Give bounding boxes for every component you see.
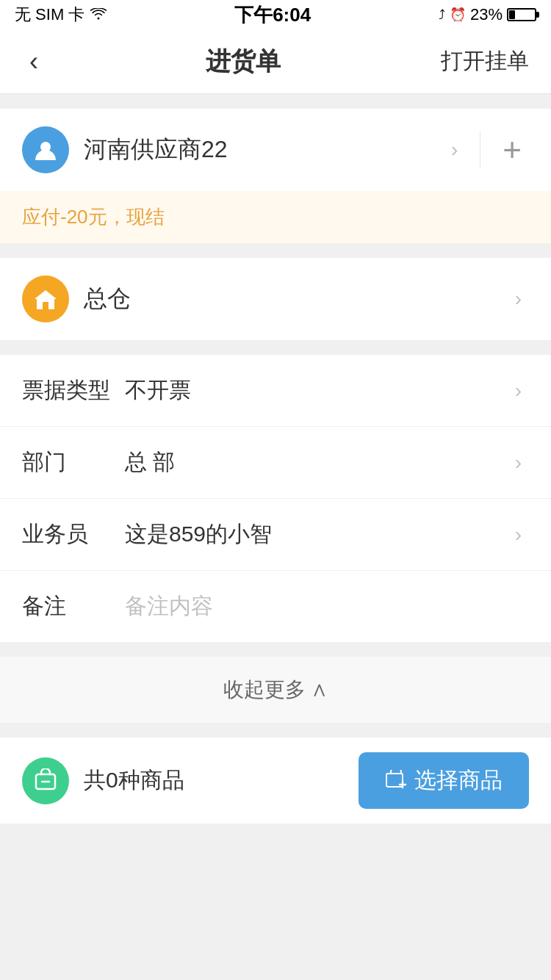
- product-count-text: 共0种商品: [84, 765, 184, 796]
- supplier-avatar: [22, 126, 69, 173]
- wifi-icon: [90, 5, 107, 24]
- salesperson-row[interactable]: 业务员 这是859的小智 ›: [0, 499, 551, 571]
- carrier-text: 无 SIM 卡: [15, 4, 84, 26]
- salesperson-value: 这是859的小智: [125, 519, 515, 550]
- open-pending-button[interactable]: 打开挂单: [441, 46, 529, 76]
- select-product-button[interactable]: 选择商品: [359, 752, 529, 809]
- department-value: 总 部: [125, 447, 515, 478]
- collapse-bar[interactable]: 收起更多 ∧: [0, 657, 551, 723]
- location-icon: ⤴: [439, 7, 445, 23]
- supplier-add-button[interactable]: +: [495, 131, 529, 168]
- supplier-row[interactable]: 河南供应商22 › +: [0, 109, 551, 191]
- ticket-type-label: 票据类型: [22, 375, 125, 406]
- supplier-name: 河南供应商22: [84, 134, 451, 166]
- ticket-type-row[interactable]: 票据类型 不开票 ›: [0, 355, 551, 427]
- supplier-chevron-icon: ›: [451, 138, 458, 162]
- battery-icon: [507, 8, 536, 21]
- form-section: 票据类型 不开票 › 部门 总 部 › 业务员 这是859的小智 › 备注 备注…: [0, 355, 551, 642]
- status-bar: 无 SIM 卡 下午6:04 ⤴ ⏰ 23%: [0, 0, 551, 29]
- remark-row[interactable]: 备注 备注内容: [0, 571, 551, 642]
- department-row[interactable]: 部门 总 部 ›: [0, 427, 551, 499]
- supplier-divider: [480, 131, 480, 168]
- battery-percentage: 23%: [470, 5, 503, 24]
- salesperson-chevron-icon: ›: [515, 523, 522, 547]
- status-left: 无 SIM 卡: [15, 4, 107, 26]
- nav-title: 进货单: [206, 45, 281, 79]
- status-time: 下午6:04: [234, 2, 311, 28]
- product-count-area: 共0种商品: [22, 757, 184, 804]
- warehouse-chevron-icon: ›: [515, 287, 522, 311]
- warehouse-section[interactable]: 总仓 ›: [0, 258, 551, 340]
- nav-bar: ‹ 进货单 打开挂单: [0, 29, 551, 94]
- warehouse-row[interactable]: 总仓 ›: [0, 258, 551, 340]
- bottom-bar: 共0种商品 选择商品: [0, 738, 551, 824]
- back-button[interactable]: ‹: [22, 39, 46, 84]
- warehouse-icon: [22, 275, 69, 323]
- salesperson-label: 业务员: [22, 519, 125, 550]
- ticket-type-value: 不开票: [125, 375, 515, 406]
- alarm-icon: ⏰: [450, 7, 466, 23]
- warehouse-name: 总仓: [84, 283, 515, 315]
- collapse-label: 收起更多 ∧: [223, 678, 328, 701]
- select-product-label: 选择商品: [414, 765, 503, 796]
- notice-bar: 应付-20元，现结: [0, 191, 551, 243]
- department-label: 部门: [22, 447, 125, 478]
- supplier-section: 河南供应商22 › + 应付-20元，现结: [0, 109, 551, 243]
- page-content: 河南供应商22 › + 应付-20元，现结 总仓 › 票据类型: [0, 109, 551, 824]
- ticket-type-chevron-icon: ›: [515, 379, 522, 403]
- svg-rect-3: [43, 302, 48, 309]
- notice-text: 应付-20元，现结: [22, 206, 165, 228]
- status-right: ⤴ ⏰ 23%: [439, 5, 536, 24]
- department-chevron-icon: ›: [515, 451, 522, 475]
- remark-input[interactable]: 备注内容: [125, 591, 529, 621]
- svg-marker-2: [35, 290, 57, 299]
- product-count-icon: [22, 757, 69, 804]
- remark-label: 备注: [22, 591, 125, 621]
